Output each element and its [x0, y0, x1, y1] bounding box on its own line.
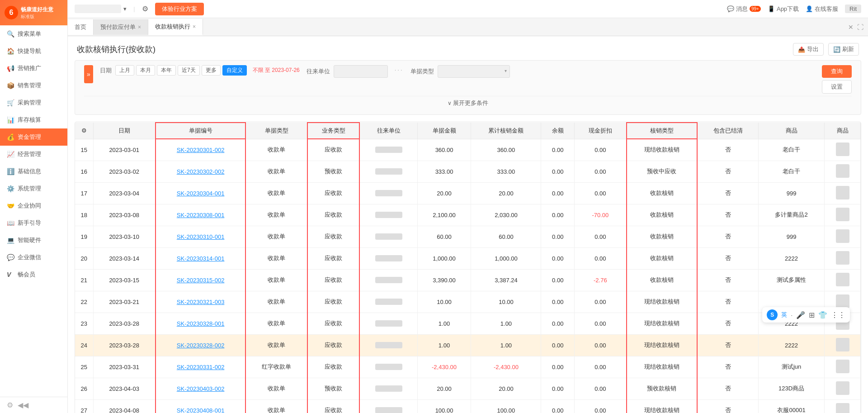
cell-product-img: [825, 161, 861, 182]
cell-product: 老白干: [759, 139, 825, 161]
doc-no-link[interactable]: SK-20230403-002: [177, 385, 225, 392]
sidebar-item-member[interactable]: V 畅会员: [0, 266, 67, 283]
cell-verify-type: 现结收款核销: [627, 291, 698, 313]
cell-biz-type: 应收款: [307, 356, 360, 378]
cell-biz-type: 应收款: [307, 247, 360, 269]
setting-button[interactable]: 设置: [822, 80, 852, 94]
table-row: 20 2023-03-14 SK-20230314-001 收款单 应收款 1,…: [75, 247, 861, 269]
sidebar-item-inventory[interactable]: 📊 库存核算: [0, 111, 67, 128]
sidebar-item-corp[interactable]: 🤝 企业协同: [0, 197, 67, 214]
blurred-value: [375, 364, 402, 370]
sidebar-item-guide[interactable]: 📖 新手引导: [0, 214, 67, 232]
filter-more-dots: ...: [395, 65, 404, 72]
date-last-month-btn[interactable]: 上月: [115, 65, 134, 76]
more-icon[interactable]: ⋮⋮: [831, 311, 845, 319]
doc-no-link[interactable]: SK-20230308-001: [177, 212, 225, 218]
cell-doc-type: 收款单: [245, 161, 307, 182]
sidebar-item-label: 系统管理: [18, 185, 41, 193]
col-header-verified[interactable]: 累计核销金额: [471, 123, 541, 139]
company-selector[interactable]: ▾: [75, 5, 127, 13]
sidebar-item-purchase[interactable]: 🛒 采购管理: [0, 94, 67, 111]
col-header-date[interactable]: 日期: [93, 123, 156, 139]
col-header-cash-discount[interactable]: 现金折扣: [575, 123, 627, 139]
doc-no-link[interactable]: SK-20230314-001: [177, 255, 225, 262]
col-header-amount[interactable]: 单据金额: [417, 123, 471, 139]
message-btn[interactable]: 💬 消息 99+: [727, 5, 761, 13]
col-header-include-settled[interactable]: 包含已结清: [697, 123, 758, 139]
cell-doc-type: 收款单: [245, 182, 307, 204]
app-download-btn[interactable]: 📱 App下载: [768, 5, 799, 13]
maximize-icon[interactable]: ⛶: [857, 24, 863, 31]
sidebar-item-marketing[interactable]: 📢 营销推广: [0, 60, 67, 77]
grid-icon[interactable]: ⊞: [809, 311, 815, 319]
doc-no-link[interactable]: SK-20230310-001: [177, 233, 225, 240]
date-7days-btn[interactable]: 近7天: [178, 65, 200, 76]
settings-bottom-icon[interactable]: ⚙: [7, 401, 13, 409]
collapse-icon[interactable]: ◀◀: [18, 401, 28, 409]
cell-cash-discount: 0.00: [575, 378, 627, 399]
tab-verification-close-icon[interactable]: ×: [193, 24, 196, 30]
product-thumbnail: [836, 381, 849, 395]
industry-solution-button[interactable]: 体验行业方案: [155, 3, 204, 15]
doc-no-link[interactable]: SK-20230331-002: [177, 364, 225, 370]
cell-biz-type: 预收款: [307, 161, 360, 182]
receipt-type-select[interactable]: ▾: [438, 65, 510, 78]
topbar-gear-icon[interactable]: ⚙: [142, 5, 148, 13]
col-header-product[interactable]: 商品: [759, 123, 825, 139]
col-header-biz-type[interactable]: 业务类型: [307, 123, 360, 139]
close-window-icon[interactable]: ✕: [848, 24, 854, 31]
tab-prepayment[interactable]: 预付款应付单 ×: [94, 19, 148, 35]
col-header-product-img[interactable]: 商品: [825, 123, 861, 139]
doc-no-link[interactable]: SK-20230408-001: [177, 407, 225, 413]
sidebar-item-hardware[interactable]: 💻 智能硬件: [0, 232, 67, 249]
col-header-settings[interactable]: ⚙: [75, 123, 93, 139]
tab-verification[interactable]: 收款核销执行 ×: [148, 19, 203, 35]
cell-amount: -2,430.00: [417, 356, 471, 378]
doc-no-link[interactable]: SK-20230301-002: [177, 147, 225, 153]
tab-prepayment-close-icon[interactable]: ×: [138, 24, 141, 30]
user-avatar[interactable]: Rit: [845, 5, 861, 13]
doc-no-link[interactable]: SK-20230328-001: [177, 320, 225, 327]
mic-icon[interactable]: 🎤: [796, 311, 805, 319]
shirt-icon[interactable]: 👕: [818, 311, 827, 319]
sidebar-item-basic[interactable]: ℹ️ 基础信息: [0, 163, 67, 180]
col-header-partner[interactable]: 往来单位: [359, 123, 417, 139]
doc-no-link[interactable]: SK-20230304-001: [177, 190, 225, 197]
cell-doc-type: 收款单: [245, 399, 307, 413]
refresh-button[interactable]: 🔄 刷新: [828, 43, 859, 56]
doc-no-link[interactable]: SK-20230328-002: [177, 342, 225, 349]
col-header-doc-no[interactable]: 单据编号: [156, 123, 246, 139]
col-header-doc-type[interactable]: 单据类型: [245, 123, 307, 139]
cell-verify-type: 现结收款核销: [627, 399, 698, 413]
date-more-btn[interactable]: 更多: [202, 65, 221, 76]
sidebar-item-quick[interactable]: 🏠 快捷导航: [0, 43, 67, 60]
product-thumbnail: [836, 186, 849, 199]
sidebar-item-system[interactable]: ⚙️ 系统管理: [0, 180, 67, 197]
sidebar-item-finance[interactable]: 💰 资金管理: [0, 128, 67, 146]
filter-expand-toggle[interactable]: »: [84, 65, 93, 83]
sidebar-item-label: 资金管理: [18, 133, 41, 141]
doc-no-link[interactable]: SK-20230315-002: [177, 277, 225, 284]
date-custom-btn[interactable]: 自定义: [222, 65, 247, 76]
sidebar-item-wechat[interactable]: 💬 企业微信: [0, 249, 67, 266]
cell-verify-type: 现结收款核销: [627, 356, 698, 378]
finance-icon: 💰: [7, 133, 14, 141]
doc-no-link[interactable]: SK-20230302-002: [177, 168, 225, 175]
online-service-btn[interactable]: 👤 在线客服: [806, 5, 838, 13]
col-header-verify-type[interactable]: 核销类型: [627, 123, 698, 139]
query-button[interactable]: 查询: [822, 65, 852, 78]
partner-input[interactable]: [334, 65, 388, 78]
sidebar-item-search[interactable]: 🔍 搜索菜单: [0, 25, 67, 43]
table-row: 25 2023-03-31 SK-20230331-002 红字收款单 应收款 …: [75, 356, 861, 378]
cell-no: 20: [75, 247, 93, 269]
date-this-month-btn[interactable]: 本月: [136, 65, 155, 76]
col-header-balance[interactable]: 余额: [541, 123, 575, 139]
export-button[interactable]: 📤 导出: [793, 43, 824, 56]
date-this-year-btn[interactable]: 本年: [157, 65, 176, 76]
hardware-icon: 💻: [7, 237, 14, 244]
doc-no-link[interactable]: SK-20230321-003: [177, 299, 225, 305]
expand-conditions-btn[interactable]: ∨ 展开更多条件: [448, 100, 488, 106]
sidebar-item-sales[interactable]: 📦 销售管理: [0, 77, 67, 94]
tab-home[interactable]: 首页: [68, 19, 94, 35]
sidebar-item-operation[interactable]: 📈 经营管理: [0, 146, 67, 163]
